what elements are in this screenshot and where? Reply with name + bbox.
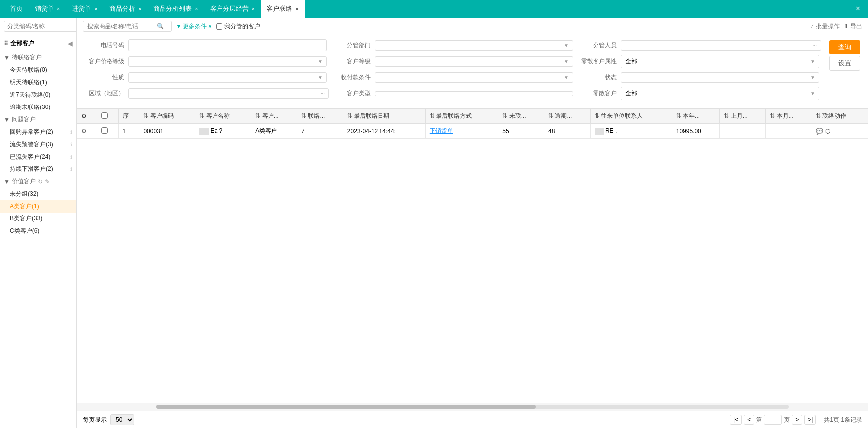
row-gear-icon[interactable]: ⚙ [81, 128, 87, 135]
collapse-icon[interactable]: ◀ [68, 40, 72, 47]
sidebar-item-持续下滑客户[interactable]: 持续下滑客户(2)ℹ [0, 163, 76, 175]
dept-select[interactable]: ▼ [375, 40, 573, 51]
sidebar-item-明天待联络[interactable]: 明天待联络(1) [0, 76, 76, 89]
nature-select[interactable]: ▼ [128, 72, 327, 83]
retail-attr-select[interactable]: 全部▼ [621, 55, 819, 68]
phone-label: 电话号码 [85, 41, 124, 50]
first-page-btn[interactable]: |< [730, 415, 742, 425]
close-tab-icon[interactable]: × [138, 6, 141, 12]
scroll-thumb[interactable] [156, 405, 536, 409]
sidebar-item-B类客户[interactable]: B类客户(33) [0, 213, 76, 225]
next-page-btn[interactable]: > [792, 415, 802, 425]
last-page-btn[interactable]: >| [804, 415, 816, 425]
info-icon[interactable]: ℹ [70, 154, 72, 160]
customer-type-select[interactable] [375, 91, 573, 96]
page-size-select[interactable]: 50 [110, 414, 134, 425]
col-header-level[interactable]: ⇅ 客户... [251, 109, 297, 124]
action-chat-icon[interactable]: 💬 [816, 128, 823, 135]
nav-tab-商品分析列表[interactable]: 商品分析列表× [147, 0, 204, 18]
close-all-icon[interactable]: × [852, 4, 864, 13]
sidebar-item-未分组[interactable]: 未分组(32) [0, 188, 76, 200]
retail-customer-select[interactable]: 全部▼ [621, 87, 819, 100]
phone-input[interactable] [128, 39, 327, 51]
col-header-this_year[interactable]: ⇅ 本年... [672, 109, 720, 124]
sidebar-group-待联络客户[interactable]: ▼待联络客户 [0, 52, 76, 64]
query-button[interactable]: 查询 [829, 40, 860, 54]
sidebar-item-已流失客户[interactable]: 已流失客户(24)ℹ [0, 151, 76, 163]
sidebar-search-input[interactable] [4, 21, 77, 32]
close-tab-icon[interactable]: × [94, 6, 97, 12]
nav-tab-商品分析[interactable]: 商品分析× [104, 0, 147, 18]
region-field: 区域（地区） ··· [85, 88, 331, 99]
sidebar-item-近7天待联络[interactable]: 近7天待联络(0) [0, 89, 76, 101]
search-input[interactable] [87, 23, 157, 30]
info-icon[interactable]: ℹ [70, 129, 72, 135]
more-conditions-btn[interactable]: ▼ 更多条件 ∧ [176, 22, 212, 31]
region-select[interactable]: ··· [128, 88, 329, 99]
page-input[interactable]: 1 [764, 415, 782, 425]
manager-select[interactable]: ··· [621, 40, 821, 51]
col-header-last_contact_type[interactable]: ⇅ 最后联络方式 [425, 109, 498, 124]
col-header-contact_person[interactable]: ⇅ 往来单位联系人 [590, 109, 672, 124]
nav-tab-首页[interactable]: 首页 [4, 0, 29, 18]
row-checkbox[interactable] [101, 127, 108, 134]
sidebar-item-C类客户[interactable]: C类客户(6) [0, 225, 76, 237]
select-all-checkbox[interactable] [101, 112, 108, 119]
price-grade-select[interactable]: ▼ [128, 56, 327, 67]
search-icon[interactable]: 🔍 [157, 23, 164, 30]
export-btn[interactable]: ⬆ 导出 [844, 22, 862, 31]
filter-search-box[interactable]: 🔍 [83, 21, 172, 32]
status-select[interactable]: ▼ [621, 72, 819, 83]
last-contact-type[interactable]: 下销货单 [430, 127, 453, 134]
sidebar-group-问题客户[interactable]: ▼问题客户 [0, 113, 76, 126]
sidebar-all-customers[interactable]: ⠿ 全部客户 ◀ [0, 35, 76, 52]
col-header-contact_count[interactable]: ⇅ 联络... [297, 109, 343, 124]
sidebar-group-价值客户[interactable]: ▼价值客户↻✎ [0, 175, 76, 188]
scroll-track[interactable] [156, 405, 789, 409]
sidebar-item-今天待联络[interactable]: 今天待联络(0) [0, 64, 76, 76]
col-header-index[interactable]: 序 [118, 109, 139, 124]
filter-action-btns: 查询 设置 [823, 39, 860, 104]
info-icon[interactable]: ℹ [70, 166, 72, 172]
prev-page-btn[interactable]: < [744, 415, 754, 425]
sidebar-item-逾期未联络[interactable]: 逾期未联络(30) [0, 101, 76, 113]
overdue-days: 48 [548, 128, 555, 135]
col-header-last_contact_date[interactable]: ⇅ 最后联络日期 [343, 109, 425, 124]
col-header-overdue[interactable]: ⇅ 逾期... [544, 109, 591, 124]
col-header-checkbox[interactable] [97, 109, 118, 124]
nav-tab-客户联络[interactable]: 客户联络× [261, 0, 304, 18]
customer-grade-select[interactable]: ▼ [375, 56, 573, 67]
nav-tab-客户分层经营[interactable]: 客户分层经营× [204, 0, 261, 18]
close-tab-icon[interactable]: × [195, 6, 198, 12]
nav-tab-进货单[interactable]: 进货单× [66, 0, 103, 18]
info-icon[interactable]: ℹ [70, 142, 72, 147]
col-header-gear[interactable]: ⚙ [77, 109, 97, 124]
col-header-action[interactable]: ⇅ 联络动作 [812, 109, 868, 124]
col-header-unlinkdays[interactable]: ⇅ 未联... [498, 109, 544, 124]
col-header-name[interactable]: ⇅ 客户名称 [195, 109, 251, 124]
payment-select[interactable]: ▼ [375, 72, 573, 83]
sidebar-item-回购异常客户[interactable]: 回购异常客户(2)ℹ [0, 126, 76, 138]
sidebar-item-A类客户[interactable]: A类客户(1) [0, 200, 76, 213]
sidebar-item-流失预警客户[interactable]: 流失预警客户(3)ℹ [0, 138, 76, 151]
manager-label: 分管人员 [577, 41, 617, 50]
horizontal-scrollbar[interactable] [77, 403, 868, 411]
col-header-code[interactable]: ⇅ 客户编码 [139, 109, 195, 124]
batch-op-btn[interactable]: ☑ 批量操作 [809, 22, 840, 31]
close-tab-icon[interactable]: × [295, 6, 298, 12]
setting-button[interactable]: 设置 [829, 56, 860, 71]
customer-level: A类客户 [255, 127, 277, 134]
edit-icon[interactable]: ✎ [45, 178, 50, 185]
close-tab-icon[interactable]: × [252, 6, 255, 12]
close-tab-icon[interactable]: × [57, 6, 60, 12]
col-header-last_month[interactable]: ⇅ 上月... [720, 109, 766, 124]
nav-tab-销货单[interactable]: 销货单× [29, 0, 66, 18]
my-customers-checkbox[interactable]: 我分管的客户 [216, 22, 260, 31]
dept-chevron-icon: ▼ [564, 43, 569, 48]
price-grade-label: 客户价格等级 [85, 57, 124, 66]
col-header-this_month[interactable]: ⇅ 本月... [766, 109, 812, 124]
my-customers-check[interactable] [216, 23, 222, 30]
customer-type-field: 客户类型 [331, 89, 577, 98]
action-qr-icon[interactable]: ⬡ [825, 128, 830, 135]
refresh-icon[interactable]: ↻ [38, 178, 43, 185]
